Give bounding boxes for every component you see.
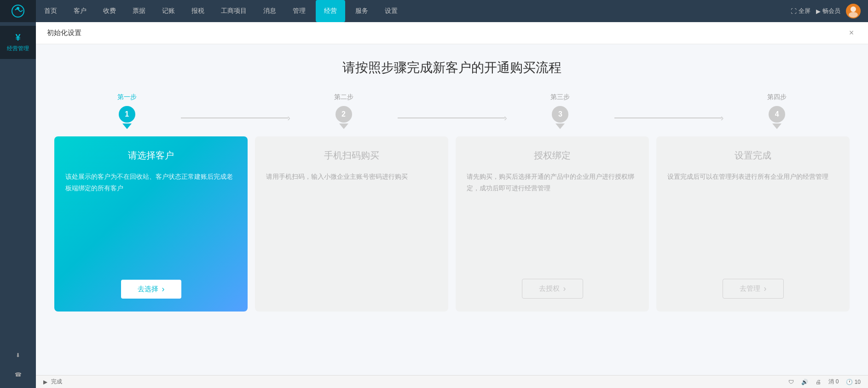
wizard-cards: 请选择客户 该处展示的客户为不在回收站、客户状态正常建账后完成老板端绑定的所有客… — [54, 136, 850, 312]
nav-item-bill[interactable]: 票据 — [124, 0, 154, 22]
step-card-4-title: 设置完成 — [667, 149, 839, 162]
nav-item-settings[interactable]: 设置 — [376, 0, 406, 22]
step-4-btn-arrow: › — [764, 284, 767, 294]
step-card-1-title: 请选择客户 — [65, 149, 237, 162]
step-card-3-desc: 请先购买，购买后选择开通的产品中的企业用户进行授权绑定，成功后即可进行经营管理 — [467, 171, 638, 215]
svg-point-3 — [849, 12, 858, 18]
step-4-circle: 4 — [769, 106, 785, 123]
nav-item-fee[interactable]: 收费 — [95, 0, 124, 22]
step-1-btn-arrow: › — [162, 284, 165, 294]
svg-point-1 — [17, 7, 19, 10]
wizard-content: 请按照步骤完成新客户的开通购买流程 第一步 1 › 第二步 2 — [36, 44, 868, 375]
wizard-main-title: 请按照步骤完成新客户的开通购买流程 — [54, 59, 850, 76]
member-label: 畅会员 — [822, 7, 840, 15]
step-1-label: 第一步 — [117, 93, 137, 101]
content-area: 初始化设置 × 请按照步骤完成新客户的开通购买流程 第一步 1 › — [36, 22, 868, 388]
status-bar-left: ▶ 完成 — [43, 378, 62, 386]
printer-icon: 🖨 — [816, 379, 821, 385]
security-icon: 🛡 — [788, 379, 794, 385]
fullscreen-icon: ⛶ — [791, 8, 797, 15]
fullscreen-button[interactable]: ⛶ 全屏 — [791, 7, 810, 15]
status-bar: ▶ 完成 🛡 🔊 🖨 消 0 🕐 10 — [36, 375, 868, 388]
close-button[interactable]: × — [846, 28, 857, 39]
connector-3-4: › — [614, 112, 723, 123]
step-3-action-button[interactable]: 去授权 › — [522, 279, 583, 299]
step-card-3-title: 授权绑定 — [467, 149, 638, 162]
step-card-1: 请选择客户 该处展示的客户为不在回收站、客户状态正常建账后完成老板端绑定的所有客… — [54, 136, 248, 312]
step-card-2-title: 手机扫码购买 — [266, 149, 437, 162]
clock-icon: 🕐 10 — [846, 379, 861, 385]
step-2-label: 第二步 — [334, 93, 353, 101]
step-3-btn-label: 去授权 — [539, 284, 560, 293]
yen-icon: ¥ — [15, 32, 20, 43]
svg-point-2 — [851, 6, 856, 12]
step-card-2-desc: 请用手机扫码，输入小微企业主账号密码进行购买 — [266, 171, 437, 235]
notification-count: 消 0 — [828, 378, 839, 386]
step-card-4: 设置完成 设置完成后可以在管理列表进行所有企业用户的经营管理 去管理 › — [656, 136, 850, 312]
nav-item-home[interactable]: 首页 — [36, 0, 65, 22]
page-title: 初始化设置 — [47, 29, 81, 37]
step-card-1-desc: 该处展示的客户为不在回收站、客户状态正常建账后完成老板端绑定的所有客户 — [65, 171, 237, 215]
step-indicator-3: 第三步 3 — [506, 93, 614, 129]
step-4-action-button[interactable]: 去管理 › — [723, 279, 784, 299]
sidebar: ¥ 经营管理 ⬇ ☎ — [0, 22, 36, 388]
nav-item-operations[interactable]: 经营 — [316, 0, 345, 22]
step-1-circle: 1 — [119, 106, 135, 123]
step-2-circle: 2 — [336, 106, 352, 123]
step-card-3: 授权绑定 请先购买，购买后选择开通的产品中的企业用户进行授权绑定，成功后即可进行… — [456, 136, 649, 312]
volume-icon: 🔊 — [801, 379, 808, 385]
sidebar-item-operations[interactable]: ¥ 经营管理 — [0, 26, 36, 59]
sidebar-support[interactable]: ☎ — [0, 365, 36, 384]
step-4-btn-label: 去管理 — [740, 284, 760, 293]
sidebar-download[interactable]: ⬇ — [0, 346, 36, 365]
step-card-2: 手机扫码购买 请用手机扫码，输入小微企业主账号密码进行购买 — [255, 136, 448, 312]
step-1-pointer — [122, 123, 132, 129]
fullscreen-label: 全屏 — [799, 7, 810, 15]
step-indicator-1: 第一步 1 — [73, 93, 181, 129]
nav-items-list: 首页 客户 收费 票据 记账 报税 工商项目 消息 管理 经营 服务 设置 — [36, 0, 791, 22]
avatar[interactable] — [846, 4, 861, 18]
step-1-btn-label: 去选择 — [138, 285, 158, 294]
nav-item-tax[interactable]: 报税 — [183, 0, 213, 22]
status-bar-right: 🛡 🔊 🖨 消 0 🕐 10 — [788, 378, 861, 386]
step-indicator-2: 第二步 2 — [289, 93, 398, 129]
step-indicator-4: 第四步 4 — [723, 93, 831, 129]
step-4-label: 第四步 — [767, 93, 787, 101]
step-2-pointer — [339, 123, 348, 129]
step-3-btn-arrow: › — [563, 284, 566, 294]
nav-item-manage[interactable]: 管理 — [284, 0, 314, 22]
nav-item-service[interactable]: 服务 — [347, 0, 376, 22]
sidebar-bottom: ⬇ ☎ — [0, 346, 36, 388]
step-card-4-desc: 设置完成后可以在管理列表进行所有企业用户的经营管理 — [667, 171, 839, 215]
member-button[interactable]: ▶ 畅会员 — [816, 7, 840, 15]
sidebar-item-label: 经营管理 — [7, 45, 29, 53]
step-3-pointer — [556, 123, 565, 129]
nav-item-customer[interactable]: 客户 — [65, 0, 95, 22]
connector-2-3: › — [398, 112, 506, 123]
phone-icon: ☎ — [15, 371, 22, 378]
download-icon: ⬇ — [16, 352, 20, 359]
step-1-action-button[interactable]: 去选择 › — [121, 280, 181, 299]
nav-item-message[interactable]: 消息 — [255, 0, 284, 22]
step-3-label: 第三步 — [550, 93, 570, 101]
top-navigation: 首页 客户 收费 票据 记账 报税 工商项目 消息 管理 经营 服务 设置 ⛶ … — [0, 0, 868, 22]
step-4-pointer — [772, 123, 781, 129]
connector-1-2: › — [181, 112, 289, 123]
nav-item-industry[interactable]: 工商项目 — [213, 0, 255, 22]
main-layout: ¥ 经营管理 ⬇ ☎ 初始化设置 × 请按照步骤完成新客户的开通购买流程 — [0, 22, 868, 388]
nav-right-controls: ⛶ 全屏 ▶ 畅会员 — [791, 4, 868, 18]
page-header: 初始化设置 × — [36, 22, 868, 44]
play-icon: ▶ — [43, 379, 47, 385]
play-icon: ▶ — [816, 8, 821, 15]
steps-indicator: 第一步 1 › 第二步 2 › — [54, 93, 850, 129]
app-logo[interactable] — [0, 0, 36, 22]
status-text: 完成 — [51, 378, 62, 386]
step-3-circle: 3 — [552, 106, 568, 123]
nav-item-accounting[interactable]: 记账 — [154, 0, 183, 22]
